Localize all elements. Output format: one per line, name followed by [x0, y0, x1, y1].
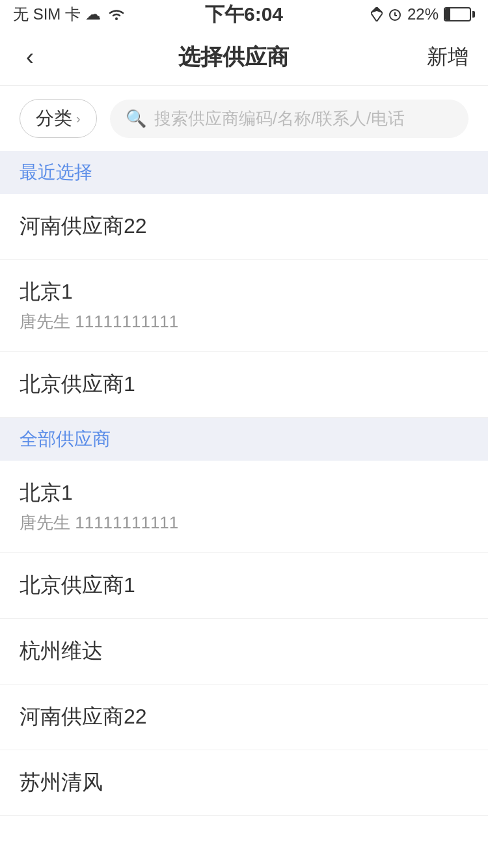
list-item[interactable]: 北京供应商1	[0, 352, 488, 418]
item-name: 北京1	[20, 479, 468, 508]
item-name: 苏州清风	[20, 768, 468, 797]
alarm-icon	[388, 7, 402, 21]
status-right: 22%	[371, 5, 475, 23]
sections-container: 最近选择河南供应商22北京1唐先生 11111111111北京供应商1全部供应商…	[0, 151, 488, 816]
list-item[interactable]: 河南供应商22	[0, 685, 488, 750]
chevron-right-icon: ›	[76, 111, 81, 126]
list-item[interactable]: 苏州清风	[0, 750, 488, 816]
section-header-recent: 最近选择	[0, 151, 488, 194]
item-subtitle: 唐先生 11111111111	[20, 310, 468, 333]
wifi-icon	[107, 8, 126, 21]
back-button[interactable]: ‹	[20, 37, 40, 77]
add-button[interactable]: 新增	[427, 43, 468, 72]
nav-bar: ‹ 选择供应商 新增	[0, 29, 488, 86]
item-name: 北京供应商1	[20, 571, 468, 600]
search-placeholder: 搜索供应商编码/名称/联系人/电话	[154, 107, 453, 130]
status-time: 下午6:04	[205, 1, 283, 28]
list-item[interactable]: 北京供应商1	[0, 553, 488, 619]
section-header-all: 全部供应商	[0, 418, 488, 461]
item-name: 北京1	[20, 278, 468, 306]
list-item[interactable]: 北京1唐先生 11111111111	[0, 260, 488, 352]
status-left: 无 SIM 卡 ☁	[13, 4, 126, 25]
svg-point-0	[115, 18, 118, 20]
list-item[interactable]: 北京1唐先生 11111111111	[0, 461, 488, 553]
page-title: 选择供应商	[178, 42, 289, 72]
list-item[interactable]: 杭州维达	[0, 619, 488, 685]
location-icon	[371, 7, 383, 21]
category-label: 分类	[36, 106, 72, 131]
search-box[interactable]: 🔍 搜索供应商编码/名称/联系人/电话	[110, 100, 468, 138]
no-sim-label: 无 SIM 卡 ☁	[13, 4, 101, 25]
list-item[interactable]: 河南供应商22	[0, 194, 488, 260]
search-icon: 🔍	[126, 109, 146, 129]
item-name: 河南供应商22	[20, 212, 468, 241]
battery-percentage: 22%	[407, 5, 439, 23]
filter-bar: 分类 › 🔍 搜索供应商编码/名称/联系人/电话	[0, 86, 488, 151]
item-subtitle: 唐先生 11111111111	[20, 511, 468, 534]
battery-icon	[444, 7, 475, 21]
item-name: 杭州维达	[20, 637, 468, 666]
category-filter-button[interactable]: 分类 ›	[20, 99, 97, 138]
item-name: 河南供应商22	[20, 703, 468, 731]
item-name: 北京供应商1	[20, 370, 468, 399]
status-bar: 无 SIM 卡 ☁ 下午6:04 22%	[0, 0, 488, 29]
